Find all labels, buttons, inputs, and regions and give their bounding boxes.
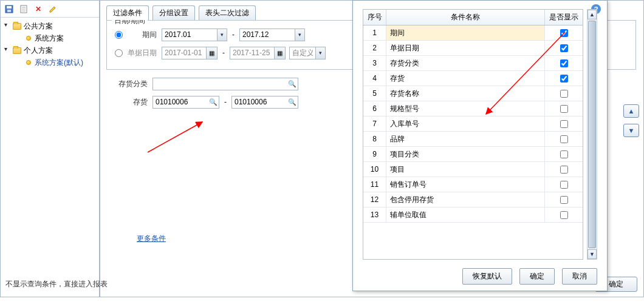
date-to-input[interactable] bbox=[230, 47, 274, 59]
row-num: 2 bbox=[363, 41, 386, 55]
row-num: 9 bbox=[363, 147, 386, 161]
period-to[interactable] bbox=[239, 29, 305, 41]
show-checkbox[interactable] bbox=[560, 196, 568, 204]
table-row[interactable]: 6规格型号 bbox=[363, 101, 583, 116]
category-input[interactable] bbox=[153, 78, 287, 90]
row-show bbox=[545, 192, 583, 207]
show-checkbox[interactable] bbox=[560, 150, 568, 158]
move-down-button[interactable]: ▼ bbox=[623, 124, 639, 137]
page-icon[interactable] bbox=[19, 4, 29, 14]
table-row[interactable]: 4存货 bbox=[363, 71, 583, 86]
scrollbar[interactable]: ▲ ▼ bbox=[587, 9, 597, 260]
table-row[interactable]: 13辅单位取值 bbox=[363, 207, 583, 223]
row-show bbox=[545, 162, 583, 177]
row-num: 12 bbox=[363, 192, 386, 207]
tree-label: 系统方案(默认) bbox=[35, 58, 83, 68]
tab-filter[interactable]: 过滤条件 bbox=[106, 5, 149, 20]
row-show bbox=[545, 41, 583, 55]
category-lookup[interactable]: 🔍 bbox=[152, 78, 298, 90]
show-checkbox[interactable] bbox=[560, 90, 568, 98]
bill-date-radio[interactable] bbox=[115, 49, 123, 57]
folder-icon bbox=[13, 23, 21, 30]
move-up-button[interactable]: ▲ bbox=[623, 104, 639, 118]
show-checkbox[interactable] bbox=[560, 105, 568, 113]
row-num: 3 bbox=[363, 56, 386, 70]
show-checkbox[interactable] bbox=[560, 181, 568, 189]
conditions-dialog: ? 序号 条件名称 是否显示 1期间2单据日期3存货分类4存货5存货名称6规格型… bbox=[352, 0, 608, 291]
table-row[interactable]: 10项目 bbox=[363, 162, 583, 177]
date-mode-input[interactable] bbox=[290, 47, 315, 59]
show-checkbox[interactable] bbox=[560, 75, 568, 83]
row-num: 11 bbox=[363, 177, 386, 192]
table-row[interactable]: 9项目分类 bbox=[363, 147, 583, 162]
row-num: 6 bbox=[363, 101, 386, 116]
chevron-down-icon[interactable] bbox=[4, 22, 12, 30]
show-checkbox[interactable] bbox=[560, 120, 568, 128]
show-checkbox[interactable] bbox=[560, 135, 568, 143]
show-checkbox[interactable] bbox=[560, 166, 568, 174]
restore-default-button[interactable]: 恢复默认 bbox=[462, 268, 512, 285]
show-checkbox[interactable] bbox=[560, 211, 568, 219]
tree-personal-folder[interactable]: 个人方案 bbox=[2, 44, 98, 56]
table-row[interactable]: 1期间 bbox=[363, 25, 583, 41]
date-mode[interactable] bbox=[289, 47, 326, 59]
date-to[interactable]: ▦ bbox=[230, 47, 286, 59]
period-from-input[interactable] bbox=[162, 29, 217, 41]
show-checkbox[interactable] bbox=[560, 29, 568, 37]
delete-icon[interactable]: ✕ bbox=[33, 4, 43, 14]
row-show bbox=[545, 86, 583, 101]
search-icon[interactable]: 🔍 bbox=[287, 96, 298, 108]
row-show bbox=[545, 177, 583, 192]
tree-label: 系统方案 bbox=[35, 33, 64, 44]
sidebar: ✕ 公共方案 系统方案 个人方案 bbox=[1, 1, 100, 297]
period-from[interactable] bbox=[162, 29, 227, 41]
table-row[interactable]: 5存货名称 bbox=[363, 86, 583, 101]
edit-icon[interactable] bbox=[48, 4, 58, 14]
ok-button[interactable]: 确定 bbox=[519, 268, 555, 285]
stock-from-input[interactable] bbox=[153, 96, 208, 108]
table-row[interactable]: 11销售订单号 bbox=[363, 177, 583, 192]
tree-public-folder[interactable]: 公共方案 bbox=[2, 20, 98, 32]
stock-from-lookup[interactable]: 🔍 bbox=[152, 96, 219, 109]
calendar-icon[interactable]: ▦ bbox=[274, 47, 285, 59]
row-num: 10 bbox=[363, 162, 386, 177]
dropdown-icon[interactable] bbox=[217, 29, 227, 41]
date-from[interactable]: ▦ bbox=[162, 47, 218, 59]
scheme-tree: 公共方案 系统方案 个人方案 系统方案(默认) bbox=[1, 18, 99, 71]
date-from-input[interactable] bbox=[162, 47, 206, 59]
scroll-down-icon[interactable]: ▼ bbox=[587, 249, 597, 259]
table-row[interactable]: 8品牌 bbox=[363, 132, 583, 147]
tab-secondary[interactable]: 表头二次过滤 bbox=[199, 5, 256, 20]
table-row[interactable]: 2单据日期 bbox=[363, 41, 583, 56]
save-icon[interactable] bbox=[4, 4, 14, 14]
tree-toolbar: ✕ bbox=[1, 1, 99, 18]
period-radio[interactable] bbox=[115, 31, 123, 39]
dropdown-icon[interactable] bbox=[315, 47, 325, 59]
chevron-down-icon[interactable] bbox=[4, 47, 12, 54]
table-row[interactable]: 12包含停用存货 bbox=[363, 192, 583, 207]
row-show bbox=[545, 132, 583, 146]
period-label: 期间 bbox=[126, 30, 159, 40]
tree-label: 个人方案 bbox=[24, 46, 53, 56]
stock-to-lookup[interactable]: 🔍 bbox=[231, 96, 298, 109]
scroll-up-icon[interactable]: ▲ bbox=[587, 10, 597, 19]
tree-personal-item[interactable]: 系统方案(默认) bbox=[2, 56, 98, 69]
tab-group[interactable]: 分组设置 bbox=[152, 5, 195, 20]
scroll-thumb[interactable] bbox=[588, 21, 596, 248]
period-to-input[interactable] bbox=[240, 29, 295, 41]
row-num: 4 bbox=[363, 71, 386, 86]
table-row[interactable]: 3存货分类 bbox=[363, 56, 583, 71]
search-icon[interactable]: 🔍 bbox=[208, 96, 219, 108]
show-checkbox[interactable] bbox=[560, 44, 568, 52]
calendar-icon[interactable]: ▦ bbox=[206, 47, 217, 59]
stock-to-input[interactable] bbox=[232, 96, 287, 108]
search-icon[interactable]: 🔍 bbox=[287, 78, 298, 90]
reorder-buttons: ▲ ▼ bbox=[623, 104, 639, 137]
category-label: 存货分类 bbox=[106, 79, 150, 89]
cancel-button[interactable]: 取消 bbox=[562, 268, 597, 285]
show-checkbox[interactable] bbox=[560, 59, 568, 67]
tree-public-item[interactable]: 系统方案 bbox=[2, 32, 98, 44]
col-show-header: 是否显示 bbox=[545, 10, 583, 25]
dropdown-icon[interactable] bbox=[295, 29, 304, 41]
table-row[interactable]: 7入库单号 bbox=[363, 116, 583, 132]
